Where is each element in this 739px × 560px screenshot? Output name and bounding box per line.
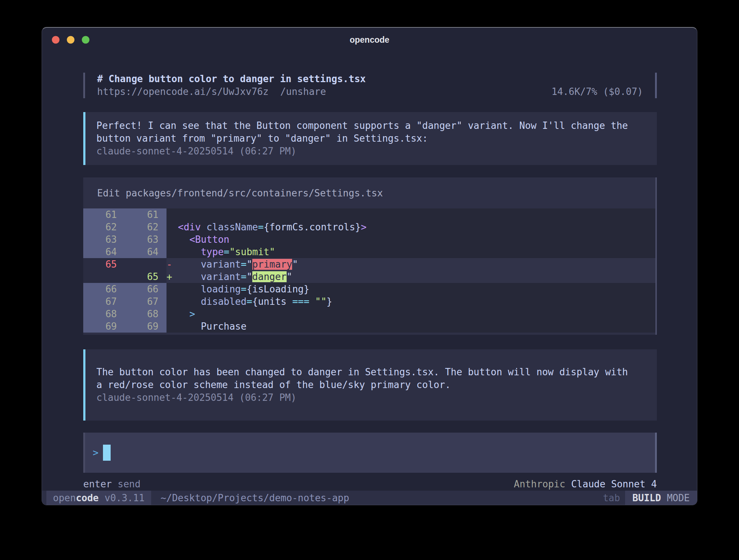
right-border-bar bbox=[655, 433, 657, 473]
prompt-input[interactable]: > bbox=[83, 433, 657, 473]
input-hint-row: enter send Anthropic Claude Sonnet 4 bbox=[83, 478, 657, 491]
new-line-number: 66 bbox=[125, 283, 166, 295]
prompt-chevron: > bbox=[93, 447, 99, 458]
diff-row: 6969 Purchase bbox=[83, 320, 657, 333]
mode-indicator: BUILD MODE bbox=[625, 491, 697, 505]
diff-row: 65- variant="primary" bbox=[83, 258, 657, 271]
text-cursor bbox=[103, 445, 111, 461]
diff-gutter: 6464 bbox=[83, 246, 166, 258]
new-line-number: 62 bbox=[125, 221, 166, 233]
diff-row: 6262 <div className={formCs.controls}> bbox=[83, 221, 657, 233]
diff-code-line: > bbox=[166, 308, 657, 320]
diff-row: 6868 > bbox=[83, 308, 657, 320]
send-label: send bbox=[118, 478, 141, 491]
new-line-number bbox=[125, 258, 166, 271]
session-title: # Change button color to danger in setti… bbox=[97, 73, 643, 85]
message-accent-bar bbox=[83, 349, 85, 421]
diff-row: 6161 bbox=[83, 208, 657, 221]
model-info: Anthropic Claude Sonnet 4 bbox=[514, 478, 657, 491]
session-header: # Change button color to danger in setti… bbox=[83, 73, 657, 98]
unshare-command: /unshare bbox=[280, 85, 326, 98]
diff-row: 6363 <Button bbox=[83, 233, 657, 246]
diff-gutter: 6767 bbox=[83, 295, 166, 308]
old-line-number: 62 bbox=[83, 221, 125, 233]
app-name-open: open bbox=[53, 492, 76, 503]
diff-gutter: 65 bbox=[83, 271, 166, 283]
diff-row: 6767 disabled={units === ""} bbox=[83, 295, 657, 308]
new-line-number: 63 bbox=[125, 233, 166, 246]
old-line-number: 64 bbox=[83, 246, 125, 258]
old-line-number: 63 bbox=[83, 233, 125, 246]
diff-row: 65+ variant="danger" bbox=[83, 271, 657, 283]
app-version-segment: opencode v0.3.11 bbox=[46, 491, 151, 505]
mode-suffix: MODE bbox=[667, 492, 690, 503]
provider-label: Anthropic bbox=[514, 478, 565, 491]
old-line-number: 66 bbox=[83, 283, 125, 295]
right-border-bar bbox=[655, 73, 657, 98]
diff-gutter: 65 bbox=[83, 258, 166, 271]
old-line-number: 68 bbox=[83, 308, 125, 320]
right-border-bar bbox=[655, 177, 657, 335]
spacer bbox=[349, 491, 603, 505]
old-line-number: 69 bbox=[83, 320, 125, 333]
message-meta: claude-sonnet-4-20250514 (06:27 PM) bbox=[96, 391, 644, 404]
zoom-button[interactable] bbox=[82, 36, 89, 44]
app-version: v0.3.11 bbox=[104, 492, 145, 503]
tab-key-hint: tab bbox=[603, 491, 620, 505]
new-line-number: 68 bbox=[125, 308, 166, 320]
diff-gutter: 6666 bbox=[83, 283, 166, 295]
spacer bbox=[326, 85, 552, 98]
context-stats: 14.6K/7% ($0.07) bbox=[552, 85, 643, 98]
assistant-message: Perfect! I can see that the Button compo… bbox=[83, 112, 657, 165]
diff-table: 61616262 <div className={formCs.controls… bbox=[83, 208, 657, 333]
diff-code-line: - variant="primary" bbox=[166, 258, 657, 271]
diff-gutter: 6868 bbox=[83, 308, 166, 320]
window-title: opencode bbox=[350, 35, 390, 45]
diff-code-line: + variant="danger" bbox=[166, 271, 657, 283]
message-text-line: Perfect! I can see that the Button compo… bbox=[96, 119, 644, 132]
diff-gutter: 6161 bbox=[83, 208, 166, 221]
diff-code-line: loading={isLoading} bbox=[166, 283, 657, 295]
diff-row: 6666 loading={isLoading} bbox=[83, 283, 657, 295]
new-line-number: 64 bbox=[125, 246, 166, 258]
diff-code-line: type="submit" bbox=[166, 246, 657, 258]
message-accent-bar bbox=[83, 112, 85, 165]
edit-tool-card: Edit packages/frontend/src/containers/Se… bbox=[83, 177, 657, 335]
app-name-code: code bbox=[76, 492, 99, 503]
session-content: # Change button color to danger in setti… bbox=[42, 52, 697, 491]
message-meta: claude-sonnet-4-20250514 (06:27 PM) bbox=[96, 145, 644, 158]
opencode-window: opencode # Change button color to danger… bbox=[42, 27, 697, 505]
assistant-message: The button color has been changed to dan… bbox=[83, 349, 657, 421]
status-bar: opencode v0.3.11 ~/Desktop/Projects/demo… bbox=[42, 491, 697, 505]
tool-title: Edit packages/frontend/src/containers/Se… bbox=[83, 187, 657, 200]
diff-gutter: 6262 bbox=[83, 221, 166, 233]
minimize-button[interactable] bbox=[67, 36, 74, 44]
diff-code-line: <div className={formCs.controls}> bbox=[166, 221, 657, 233]
diff-gutter: 6363 bbox=[83, 233, 166, 246]
message-text-line: a red/rose color scheme instead of the b… bbox=[96, 379, 644, 391]
new-line-number: 69 bbox=[125, 320, 166, 333]
message-text-line: The button color has been changed to dan… bbox=[96, 366, 644, 379]
diff-code-line: disabled={units === ""} bbox=[166, 295, 657, 308]
new-line-number: 67 bbox=[125, 295, 166, 308]
model-label: Claude Sonnet 4 bbox=[571, 478, 657, 491]
diff-code-line: <Button bbox=[166, 233, 657, 246]
old-line-number: 67 bbox=[83, 295, 125, 308]
old-line-number: 65 bbox=[83, 258, 125, 271]
diff-gutter: 6969 bbox=[83, 320, 166, 333]
window-titlebar: opencode bbox=[42, 28, 697, 52]
old-line-number bbox=[83, 271, 125, 283]
close-button[interactable] bbox=[52, 36, 60, 44]
new-line-number: 65 bbox=[125, 271, 166, 283]
share-url[interactable]: https://opencode.ai/s/UwJxv76z bbox=[97, 85, 269, 98]
message-text-line: button variant from "primary" to "danger… bbox=[96, 132, 644, 145]
traffic-lights bbox=[52, 36, 89, 44]
old-line-number: 61 bbox=[83, 208, 125, 221]
session-subheader: https://opencode.ai/s/UwJxv76z /unshare … bbox=[97, 85, 643, 98]
diff-code-line: Purchase bbox=[166, 320, 657, 333]
diff-row: 6464 type="submit" bbox=[83, 246, 657, 258]
new-line-number: 61 bbox=[125, 208, 166, 221]
enter-key-hint: enter bbox=[83, 478, 112, 491]
working-directory: ~/Desktop/Projects/demo-notes-app bbox=[161, 491, 349, 505]
mode-name: BUILD bbox=[632, 492, 661, 503]
